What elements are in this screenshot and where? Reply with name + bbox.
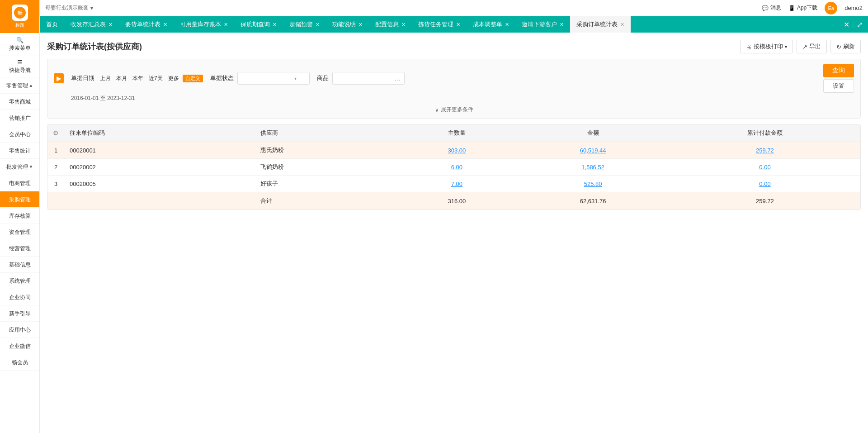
tab-overstock[interactable]: 超储预警 ✕ bbox=[283, 16, 326, 33]
tab-label: 采购订单统计表 bbox=[576, 20, 618, 29]
status-select[interactable]: ▾ bbox=[237, 72, 310, 85]
tab-close-icon[interactable]: ✕ bbox=[108, 22, 113, 28]
goods-value bbox=[336, 74, 377, 82]
tab-close-icon[interactable]: ✕ bbox=[224, 22, 228, 28]
sidebar-item-system[interactable]: 系统管理 bbox=[0, 273, 39, 289]
row-paid[interactable]: 0.00 bbox=[670, 176, 860, 192]
sidebar-item-basic-info[interactable]: 基础信息 bbox=[0, 257, 39, 273]
sidebar-item-marketing[interactable]: 营销推广 bbox=[0, 110, 39, 126]
sidebar-logo[interactable]: 畅 标题 bbox=[0, 0, 39, 33]
tab-close-icon[interactable]: ✕ bbox=[163, 22, 167, 28]
tab-function[interactable]: 功能说明 ✕ bbox=[326, 16, 369, 33]
row-qty[interactable]: 303.00 bbox=[397, 142, 516, 159]
status-dropdown-icon: ▾ bbox=[294, 76, 297, 81]
print-button[interactable]: 🖨 按模板打印 ▾ bbox=[740, 40, 793, 53]
sidebar-item-retail-shop[interactable]: 零售商城 bbox=[0, 94, 39, 110]
col-code: 往来单位编码 bbox=[64, 124, 255, 142]
shortcut-7days[interactable]: 近7天 bbox=[147, 74, 165, 83]
tab-order-stats[interactable]: 要货单统计表 ✕ bbox=[119, 16, 174, 33]
sidebar-item-member2[interactable]: 畅会员 bbox=[0, 354, 39, 371]
app-download-btn[interactable]: 📱 App下载 bbox=[788, 4, 817, 12]
row-index: 2 bbox=[47, 159, 64, 176]
table-row[interactable]: 3 00020005 好孩子 7.00 525.80 0.00 bbox=[47, 176, 860, 192]
main-area: 母婴行业演示账套 ▾ 💬 消息 📱 App下载 Ea demo2 首页 收发存汇… bbox=[40, 0, 868, 433]
query-button[interactable]: 查询 bbox=[823, 64, 854, 77]
tab-close-icon[interactable]: ✕ bbox=[560, 22, 564, 28]
expand-arrow-icon: ▲ bbox=[29, 83, 33, 88]
row-paid[interactable]: 0.00 bbox=[670, 159, 860, 176]
tab-cost-adjust[interactable]: 成本调整单 ✕ bbox=[467, 16, 515, 33]
avatar-text: Ea bbox=[828, 5, 834, 11]
workspace-selector[interactable]: 母婴行业演示账套 ▾ bbox=[45, 4, 758, 12]
sidebar-search[interactable]: 🔍 搜索菜单 bbox=[0, 33, 39, 56]
setting-button[interactable]: 设置 bbox=[823, 79, 854, 93]
filter-toggle-btn[interactable]: ▶ bbox=[54, 73, 64, 83]
sidebar-quick-nav[interactable]: ☰ 快捷导航 bbox=[0, 56, 39, 77]
tabs-close-all-icon[interactable]: ✕ bbox=[842, 20, 851, 29]
tab-home[interactable]: 首页 bbox=[40, 16, 64, 33]
date-label: 单据日期 bbox=[71, 74, 94, 82]
shortcut-this-year[interactable]: 本年 bbox=[131, 74, 145, 83]
tab-pick-task[interactable]: 拣货任务管理 ✕ bbox=[412, 16, 467, 33]
tab-expiry[interactable]: 保质期查询 ✕ bbox=[234, 16, 283, 33]
export-button[interactable]: ↗ 导出 bbox=[797, 40, 827, 53]
shortcut-this-month[interactable]: 本月 bbox=[114, 74, 129, 83]
sidebar-item-retail-mgmt[interactable]: 零售管理 ▲ bbox=[0, 77, 39, 94]
tab-avail-stock[interactable]: 可用量库存账本 ✕ bbox=[174, 16, 234, 33]
row-paid[interactable]: 259.72 bbox=[670, 142, 860, 159]
print-dropdown-icon: ▾ bbox=[785, 44, 787, 49]
workspace-arrow-icon: ▾ bbox=[90, 5, 93, 11]
tab-close-icon[interactable]: ✕ bbox=[620, 22, 624, 28]
sidebar-item-wechat[interactable]: 企业微信 bbox=[0, 338, 39, 354]
goods-input[interactable]: … bbox=[332, 72, 405, 85]
tab-close-icon[interactable]: ✕ bbox=[316, 22, 320, 28]
row-qty[interactable]: 6.00 bbox=[397, 159, 516, 176]
sidebar-item-appcenter[interactable]: 应用中心 bbox=[0, 322, 39, 338]
filter-goods-group: 商品 … bbox=[317, 72, 405, 85]
sidebar-item-wholesale[interactable]: 批发管理 ▼ bbox=[0, 159, 39, 175]
sidebar-item-retail-stats[interactable]: 零售统计 bbox=[0, 143, 39, 159]
sidebar-item-member[interactable]: 会员中心 bbox=[0, 126, 39, 143]
sidebar-search-label: 搜索菜单 bbox=[9, 44, 31, 52]
row-amount[interactable]: 60,519.44 bbox=[516, 142, 670, 159]
tab-close-icon[interactable]: ✕ bbox=[456, 22, 460, 28]
tab-invite-customer[interactable]: 邀请下游客户 ✕ bbox=[515, 16, 570, 33]
shortcut-last-month[interactable]: 上月 bbox=[98, 74, 113, 83]
expand-more-btn[interactable]: ∨ 展开更多条件 bbox=[435, 106, 473, 114]
user-avatar[interactable]: Ea bbox=[825, 2, 837, 14]
tab-close-icon[interactable]: ✕ bbox=[505, 22, 509, 28]
tab-close-icon[interactable]: ✕ bbox=[273, 22, 277, 28]
sidebar-item-purchase[interactable]: 采购管理 bbox=[0, 191, 39, 208]
sidebar-item-enterprise[interactable]: 企业协同 bbox=[0, 289, 39, 305]
status-label: 单据状态 bbox=[210, 74, 234, 82]
refresh-button[interactable]: ↻ 刷新 bbox=[830, 40, 861, 53]
sidebar-logo-text: 标题 bbox=[15, 22, 24, 29]
tab-inventory-summary[interactable]: 收发存汇总表 ✕ bbox=[64, 16, 119, 33]
sidebar-item-finance[interactable]: 资金管理 bbox=[0, 224, 39, 240]
goods-more-icon[interactable]: … bbox=[394, 75, 401, 82]
row-amount[interactable]: 525.80 bbox=[516, 176, 670, 192]
sidebar-item-operations[interactable]: 经营管理 bbox=[0, 240, 39, 257]
table-row[interactable]: 1 00020001 惠氏奶粉 303.00 60,519.44 259.72 bbox=[47, 142, 860, 159]
row-amount[interactable]: 1,586.52 bbox=[516, 159, 670, 176]
tab-close-icon[interactable]: ✕ bbox=[401, 22, 406, 28]
tabs-fullscreen-icon[interactable]: ⤢ bbox=[855, 20, 864, 29]
table-footer: 合计 316.00 62,631.76 259.72 bbox=[47, 192, 860, 210]
custom-date-badge[interactable]: 自定义 bbox=[183, 75, 203, 82]
tab-home-label: 首页 bbox=[46, 20, 58, 29]
row-qty[interactable]: 7.00 bbox=[397, 176, 516, 192]
tab-config[interactable]: 配置信息 ✕ bbox=[369, 16, 412, 33]
sidebar-item-ecommerce[interactable]: 电商管理 bbox=[0, 175, 39, 191]
message-btn[interactable]: 💬 消息 bbox=[762, 4, 781, 12]
col-amount: 金额 bbox=[516, 124, 670, 142]
sidebar-item-newuser[interactable]: 新手引导 bbox=[0, 305, 39, 322]
sidebar: 畅 标题 🔍 搜索菜单 ☰ 快捷导航 零售管理 ▲ 零售商城 营销推广 会员中心… bbox=[0, 0, 40, 433]
shortcut-more[interactable]: 更多 bbox=[166, 74, 181, 83]
page-title-row: 采购订单统计表(按供应商) 🖨 按模板打印 ▾ ↗ 导出 ↻ 刷新 bbox=[47, 40, 861, 53]
tab-purchase-stats[interactable]: 采购订单统计表 ✕ bbox=[570, 16, 631, 33]
table-row[interactable]: 2 00020002 飞鹤奶粉 6.00 1,586.52 0.00 bbox=[47, 159, 860, 176]
gear-icon[interactable]: ⚙ bbox=[53, 129, 59, 137]
tab-close-icon[interactable]: ✕ bbox=[359, 22, 363, 28]
page-title-actions: 🖨 按模板打印 ▾ ↗ 导出 ↻ 刷新 bbox=[740, 40, 861, 53]
sidebar-item-inventory[interactable]: 库存核算 bbox=[0, 208, 39, 224]
